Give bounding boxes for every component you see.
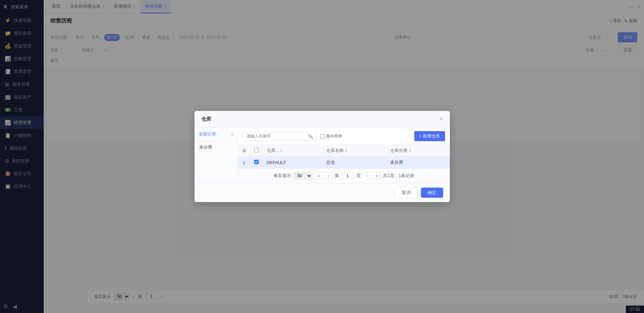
- all-category-label[interactable]: 全部分类: [199, 131, 216, 137]
- th-category-sort-icon: ⇅: [409, 149, 411, 153]
- row-checkbox-cell: [250, 157, 263, 168]
- row-category: 未分类: [386, 157, 450, 168]
- main-area: 首页 业务利润预估表 × 新增项目 × 经营历程 × — × 经营历程 ↑ 导出: [44, 0, 644, 313]
- warehouse-search-icon[interactable]: 🔍: [308, 134, 313, 139]
- modal-header: 仓库 ×: [195, 111, 450, 128]
- cancel-button[interactable]: 取消: [395, 187, 418, 198]
- modal-pagination: 每页显示 50 10 20 100 « ‹ 第 页: [238, 168, 450, 183]
- show-disabled-checkbox[interactable]: [320, 134, 325, 139]
- th-code-sort-icon: ⇅: [280, 149, 283, 153]
- warehouse-table: ⚙ 仓库... ⇅: [238, 145, 450, 168]
- select-all-checkbox[interactable]: [254, 148, 259, 152]
- page-suffix: 页: [356, 173, 361, 179]
- left-panel-collapse-icon[interactable]: «: [231, 131, 234, 137]
- page-content: 经营历程 ↑ 导出 ↻ 刷新 单据日期 昨天 今天 近7天: [44, 13, 644, 313]
- page-number-input[interactable]: [342, 172, 354, 179]
- page-label: 第: [335, 173, 339, 179]
- th-name[interactable]: 仓库名称 ⇅: [322, 145, 386, 157]
- per-page-label: 每页显示: [273, 173, 291, 179]
- modal-right-panel: 🔍 显示停用 + 新增仓库: [238, 128, 450, 183]
- left-panel-uncategorized[interactable]: 未分类: [195, 141, 238, 154]
- modal-title: 仓库: [201, 116, 211, 122]
- th-category-sort[interactable]: 仓库分类 ⇅: [390, 148, 411, 154]
- show-disabled-label[interactable]: 显示停用: [320, 133, 342, 139]
- left-panel-header: 全部分类 «: [195, 128, 238, 141]
- prev-page-button[interactable]: ‹: [325, 172, 332, 179]
- right-panel-toolbar: 🔍 显示停用 + 新增仓库: [238, 128, 450, 145]
- show-disabled-text: 显示停用: [326, 133, 342, 139]
- th-name-sort[interactable]: 仓库名称 ⇅: [326, 148, 347, 154]
- th-checkbox: [250, 145, 263, 157]
- next-page-button[interactable]: ›: [363, 172, 370, 179]
- table-row[interactable]: 1 DEFAULT 总仓 未分类: [238, 157, 450, 168]
- modal-footer: 取消 确定: [195, 183, 450, 202]
- th-code-sort[interactable]: 仓库... ⇅: [267, 148, 283, 154]
- modal-close-button[interactable]: ×: [439, 116, 443, 123]
- confirm-button[interactable]: 确定: [421, 188, 443, 198]
- row-checkbox[interactable]: [254, 160, 259, 164]
- row-name: 总仓: [322, 157, 386, 168]
- first-page-button[interactable]: «: [315, 172, 323, 179]
- total-info: 共1页，1条记录: [383, 173, 414, 179]
- warehouse-search-input[interactable]: [247, 134, 308, 139]
- th-name-sort-icon: ⇅: [345, 149, 347, 153]
- row-code: DEFAULT: [263, 157, 323, 168]
- row-num: 1: [238, 157, 250, 168]
- th-settings[interactable]: ⚙: [238, 145, 250, 157]
- settings-col-icon: ⚙: [242, 148, 246, 153]
- th-category-label: 仓库分类: [390, 148, 407, 154]
- th-code[interactable]: 仓库... ⇅: [263, 145, 323, 157]
- add-warehouse-button[interactable]: + 新增仓库: [414, 131, 445, 141]
- modal-body: 全部分类 « 未分类 🔍: [195, 128, 450, 183]
- th-code-label: 仓库...: [267, 148, 279, 154]
- th-name-label: 仓库名称: [326, 148, 344, 154]
- modal-left-panel: 全部分类 « 未分类: [195, 128, 238, 183]
- warehouse-modal: 仓库 × 全部分类 « 未分类: [195, 111, 450, 202]
- last-page-button[interactable]: »: [373, 172, 381, 179]
- th-category[interactable]: 仓库分类 ⇅: [386, 145, 450, 157]
- per-page-select[interactable]: 50 10 20 100: [294, 172, 312, 180]
- modal-overlay[interactable]: 仓库 × 全部分类 « 未分类: [44, 13, 644, 313]
- search-input-wrapper: 🔍: [243, 132, 317, 141]
